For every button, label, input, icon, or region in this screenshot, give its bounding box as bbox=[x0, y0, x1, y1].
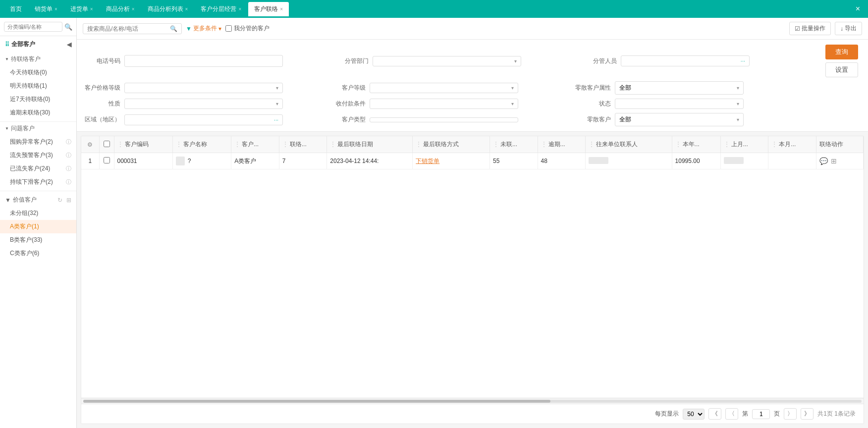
sidebar-item-c-class[interactable]: C类客户(6) bbox=[0, 247, 76, 260]
th-name: ⋮客户名称 bbox=[172, 136, 231, 153]
close-tab-product-analysis[interactable]: × bbox=[132, 6, 135, 12]
td-last-contact-date: 2023-04-12 14:44: bbox=[327, 153, 413, 169]
add-group-icon[interactable]: ⊞ bbox=[66, 197, 71, 204]
refresh-icon[interactable]: ↻ bbox=[57, 197, 62, 204]
filter-field-person: 分管人员 ··· bbox=[581, 55, 819, 66]
sidebar-item-7days-pending[interactable]: 近7天待联络(0) bbox=[0, 93, 76, 106]
close-tab-product-analysis-list[interactable]: × bbox=[185, 6, 188, 12]
sidebar-search-icon[interactable]: 🔍 bbox=[64, 23, 72, 31]
close-tab-customer-contact[interactable]: × bbox=[280, 6, 283, 12]
retail-attr-select[interactable]: 全部 ▾ bbox=[615, 81, 744, 95]
phone-input[interactable] bbox=[124, 55, 283, 67]
th-code: ⋮客户编码 bbox=[114, 136, 172, 153]
export-icon: ↓ bbox=[840, 25, 843, 32]
gender-select[interactable]: ▾ bbox=[124, 99, 283, 109]
sidebar-item-tomorrow-pending[interactable]: 明天待联络(1) bbox=[0, 79, 76, 93]
batch-operations-button[interactable]: ☑ 批量操作 bbox=[789, 22, 831, 35]
filter-actions: ☑ 批量操作 ↓ 导出 bbox=[789, 22, 862, 35]
retail-customer-select[interactable]: 全部 ▾ bbox=[615, 113, 744, 126]
filter-field-payment: 收付款条件 ▾ bbox=[330, 99, 565, 109]
sidebar-section-problem-title[interactable]: ▼ 问题客户 bbox=[0, 122, 76, 135]
person-select-more: ··· bbox=[741, 58, 745, 64]
customer-grade-select[interactable]: ▾ bbox=[370, 83, 518, 93]
first-page-button[interactable]: 《 bbox=[708, 408, 721, 420]
query-button[interactable]: 查询 bbox=[825, 45, 858, 59]
more-filters-button[interactable]: ▼ 更多条件 ▾ bbox=[186, 24, 221, 33]
price-grade-select[interactable]: ▾ bbox=[124, 83, 283, 93]
filter-search-icon[interactable]: 🔍 bbox=[170, 25, 177, 32]
sidebar-item-churned[interactable]: 已流失客户(24) ⓘ bbox=[0, 162, 76, 175]
sidebar-item-today-pending[interactable]: 今天待联络(0) bbox=[0, 66, 76, 79]
tab-customer-tier[interactable]: 客户分层经营 × bbox=[195, 2, 247, 16]
row-checkbox[interactable] bbox=[104, 157, 110, 163]
action-more-icon[interactable]: ⊞ bbox=[831, 157, 837, 165]
sidebar-section-pending-title[interactable]: ▼ 待联络客户 bbox=[0, 53, 76, 66]
table-wrapper: ⚙ ⋮客户编码 ⋮客户名称 ⋮ bbox=[81, 136, 864, 398]
th-uncontacted: ⋮未联... bbox=[490, 136, 538, 153]
th-last-month: ⋮上月... bbox=[720, 136, 768, 153]
filter-field-price-grade: 客户价格等级 ▾ bbox=[85, 83, 320, 93]
dept-select[interactable]: ▾ bbox=[373, 56, 521, 66]
sidebar-section-problem: ▼ 问题客户 囤购异常客户(2) ⓘ 流失预警客户(3) ⓘ 已流失客户(24)… bbox=[0, 122, 76, 191]
page-number-input[interactable] bbox=[752, 409, 770, 419]
sidebar-item-a-class[interactable]: A类客户(1) bbox=[0, 220, 76, 233]
sidebar-item-churn-warning[interactable]: 流失预警客户(3) ⓘ bbox=[0, 149, 76, 162]
payment-arrow: ▾ bbox=[511, 101, 514, 107]
settings-button[interactable]: 设置 bbox=[825, 62, 858, 77]
close-tab-customer-tier[interactable]: × bbox=[238, 6, 241, 12]
close-all-button[interactable]: × bbox=[852, 2, 864, 15]
th-last-contact-method: ⋮最后联络方式 bbox=[413, 136, 490, 153]
sidebar-search-input[interactable] bbox=[4, 22, 62, 32]
sidebar-all-customers[interactable]: ⠿ 全部客户 ◀ bbox=[0, 36, 76, 53]
td-code: 000031 bbox=[114, 153, 172, 169]
tab-product-analysis-list[interactable]: 商品分析列表 × bbox=[142, 2, 194, 16]
td-this-year: 10995.00 bbox=[672, 153, 720, 169]
retail-customer-arrow: ▾ bbox=[737, 117, 739, 122]
sidebar-collapse-icon[interactable]: ◀ bbox=[67, 41, 71, 48]
tab-customer-contact[interactable]: 客户联络 × bbox=[248, 2, 289, 16]
td-overdue: 48 bbox=[538, 153, 586, 169]
close-tab-sales-order[interactable]: × bbox=[54, 6, 57, 12]
sidebar-section-value: ▼ 价值客户 ↻ ⊞ 未分组(32) A类客户(1) B类客户(33) C类客户… bbox=[0, 191, 76, 262]
my-customers-checkbox[interactable] bbox=[225, 25, 232, 32]
sidebar-item-hoarding-abnormal[interactable]: 囤购异常客户(2) ⓘ bbox=[0, 135, 76, 149]
horizontal-scrollbar[interactable] bbox=[81, 398, 864, 404]
select-all-checkbox[interactable] bbox=[104, 141, 110, 147]
region-select[interactable]: ··· bbox=[124, 114, 283, 125]
table-settings-icon[interactable]: ⚙ bbox=[87, 141, 93, 148]
table-row: 1 000031 ? bbox=[81, 153, 864, 169]
sidebar-item-ungrouped[interactable]: 未分组(32) bbox=[0, 207, 76, 220]
td-name: ? bbox=[172, 153, 231, 169]
prev-page-button[interactable]: 〈 bbox=[725, 408, 738, 420]
sidebar-item-declining[interactable]: 持续下滑客户(2) ⓘ bbox=[0, 175, 76, 189]
customer-type-select[interactable] bbox=[370, 117, 518, 122]
person-select[interactable]: ··· bbox=[621, 55, 750, 66]
next-page-button[interactable]: 〉 bbox=[784, 408, 797, 420]
sidebar-item-overdue-uncontacted[interactable]: 逾期未联络(30) bbox=[0, 106, 76, 119]
filter-search-input[interactable] bbox=[87, 25, 168, 32]
td-last-contact-method[interactable]: 下销货单 bbox=[413, 153, 490, 169]
sidebar-item-b-class[interactable]: B类客户(33) bbox=[0, 233, 76, 247]
tab-purchase-order[interactable]: 进货单 × bbox=[64, 2, 99, 16]
sidebar-section-value-title[interactable]: ▼ 价值客户 ↻ ⊞ bbox=[0, 193, 76, 207]
page-size-select[interactable]: 50 bbox=[683, 409, 705, 420]
filter-field-status: 状态 ▾ bbox=[575, 99, 811, 109]
action-contact-icon[interactable]: 💬 bbox=[819, 157, 828, 165]
tab-sales-order[interactable]: 销货单 × bbox=[29, 2, 63, 16]
info-icon-3: ⓘ bbox=[66, 165, 71, 172]
th-contact-count: ⋮联络... bbox=[279, 136, 327, 153]
my-customers-filter: 我分管的客户 bbox=[225, 24, 270, 33]
price-grade-arrow: ▾ bbox=[276, 85, 278, 91]
payment-select[interactable]: ▾ bbox=[370, 99, 518, 109]
status-select[interactable]: ▾ bbox=[615, 99, 744, 109]
filter-field-dept: 分管部门 ▾ bbox=[333, 56, 571, 66]
gender-arrow: ▾ bbox=[276, 101, 278, 107]
filter-field-customer-grade: 客户等级 ▾ bbox=[330, 83, 565, 93]
status-arrow: ▾ bbox=[737, 101, 739, 107]
close-tab-purchase-order[interactable]: × bbox=[90, 6, 93, 12]
td-action: 💬 ⊞ bbox=[816, 153, 863, 169]
tab-product-analysis[interactable]: 商品分析 × bbox=[100, 2, 141, 16]
export-button[interactable]: ↓ 导出 bbox=[835, 22, 862, 35]
last-page-button[interactable]: 》 bbox=[801, 408, 814, 420]
tab-home[interactable]: 首页 bbox=[4, 2, 28, 16]
